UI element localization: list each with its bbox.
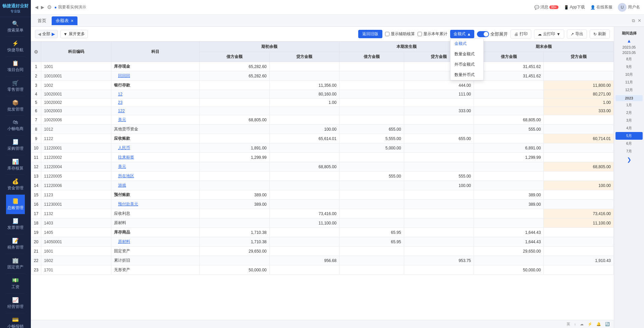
sidebar-item-wholesale[interactable]: 📦批发管理 [6, 96, 25, 116]
opening-credit: 68,805.00 [269, 162, 339, 172]
lightning-icon[interactable]: ⚡ [588, 322, 592, 326]
expand-more-btn[interactable]: ▼ 展开更多 [60, 30, 88, 38]
row-name[interactable]: 美元 [111, 162, 200, 172]
app-download-btn[interactable]: 📱 App下载 [564, 4, 585, 10]
sidebar-item-management[interactable]: 📈经营管理 [6, 293, 25, 313]
current-credit [404, 247, 474, 256]
period-month-10[interactable]: 10月 [615, 71, 643, 78]
sidebar-item-purchase[interactable]: 🧾采购管理 [6, 135, 25, 155]
sidebar-item-funds[interactable]: 💰资金管理 [6, 175, 25, 195]
sidebar-item-retail[interactable]: 🛒零售管理 [6, 76, 25, 96]
row-name[interactable]: 原材料 [111, 237, 200, 247]
show-subsidiary-checkbox[interactable] [385, 32, 389, 36]
sidebar-item-project[interactable]: 📋项目合同 [6, 57, 25, 76]
current-debit [339, 153, 404, 162]
period-month-7[interactable]: 7月 [615, 147, 643, 155]
current-credit: 555.00 [404, 172, 474, 181]
closing-debit: 68,805.00 [474, 115, 544, 125]
sidebar-item-search[interactable]: 🔍搜索菜单 [6, 17, 25, 37]
nav-settings-icon[interactable]: ⚙ [47, 4, 52, 10]
opening-credit [269, 62, 339, 71]
row-no: 21 [31, 247, 41, 256]
row-name[interactable]: 预付款美元 [111, 200, 200, 209]
tab-home[interactable]: 首页 [34, 16, 50, 25]
sidebar-item-inventory[interactable]: 📊库存核算 [6, 155, 25, 175]
tab-balance-sheet[interactable]: 余额表 × [52, 16, 77, 25]
expand-all-toggle[interactable] [477, 31, 489, 37]
format-option-qty-amount[interactable]: 数量金额式 [450, 49, 483, 59]
sidebar-item-salary[interactable]: 💵工资 [6, 274, 25, 293]
closing-credit: 11,100.00 [544, 218, 614, 228]
notify-icon[interactable]: 🔔 [596, 322, 601, 326]
row-code: 1123 [41, 190, 111, 200]
cloud-print-btn[interactable]: ☁ 云打印 ▼ [534, 29, 564, 39]
format-option-amount[interactable]: 金额式 [450, 39, 483, 49]
row-name[interactable]: 往来标签 [111, 153, 200, 162]
period-month-1[interactable]: 1月 [615, 101, 643, 109]
sidebar-item-ledger[interactable]: 📒总账管理 [6, 195, 25, 214]
nav-forward-icon[interactable]: ▶ [41, 5, 44, 10]
show-annual-label[interactable]: 显示本年累计 [418, 31, 447, 37]
user-avatar[interactable]: U 用户名 [618, 3, 640, 12]
table-settings-icon[interactable]: ⚙ [34, 49, 38, 55]
row-name[interactable]: 122 [111, 107, 200, 115]
row-name[interactable]: 23 [111, 99, 200, 107]
cloud-status-icon[interactable]: ☁ [580, 322, 584, 326]
sidebar-item-expense[interactable]: 💳小畅报销 [6, 313, 25, 328]
breadcrumb[interactable]: ◀ 全部 ▶ [35, 30, 58, 38]
row-name[interactable]: 人民币 [111, 143, 200, 153]
format-option-foreign[interactable]: 外币金额式 [450, 59, 483, 70]
toolbar: ◀ 全部 ▶ ▼ 展开更多 返回旧版 显示辅助核算 [31, 27, 614, 42]
col-settings-header[interactable]: ⚙ [31, 42, 41, 62]
table-row: 17 1132 应收利息 73,416.00 73,416.00 [31, 209, 614, 218]
show-annual-checkbox[interactable] [418, 32, 422, 36]
period-month-5[interactable]: 5月 [615, 132, 643, 140]
window-close-icon[interactable]: ✕ [638, 18, 641, 23]
current-debit [339, 181, 404, 190]
period-nav-up[interactable]: ▲ [615, 37, 643, 45]
sidebar-item-quick-nav[interactable]: ⚡快捷导航 [6, 37, 25, 57]
col-opening-debit: 借方金额 [200, 52, 269, 62]
current-credit: 953.75 [404, 256, 474, 265]
window-restore-icon[interactable]: ⧉ [632, 18, 635, 23]
nav-prev-icon[interactable]: ◀ [38, 32, 41, 37]
opening-debit: 1,891.00 [200, 143, 269, 153]
period-month-2[interactable]: 2月 [615, 109, 643, 117]
period-month-9[interactable]: 9月 [615, 63, 643, 71]
demo-link[interactable]: ● 我要看实例演示 [54, 4, 86, 10]
row-name[interactable]: 12 [111, 90, 200, 99]
row-name[interactable]: 回回回 [111, 71, 200, 81]
upload-btn[interactable]: ↑ [574, 322, 576, 326]
period-collapse-btn[interactable]: ❯ [615, 155, 643, 164]
period-month-11[interactable]: 11月 [615, 78, 643, 86]
row-name[interactable]: 游戏 [111, 181, 200, 190]
refresh2-icon[interactable]: 🔄 [605, 322, 610, 326]
sidebar-item-ecommerce[interactable]: 🛍小畅电商 [6, 116, 25, 135]
format-dropdown-btn[interactable]: 金额式 ▲ [450, 30, 474, 38]
service-btn[interactable]: 👤 在线客服 [590, 4, 612, 10]
return-old-btn[interactable]: 返回旧版 [358, 30, 382, 38]
period-month-8[interactable]: 8月 [615, 55, 643, 63]
sidebar-item-tax[interactable]: 📝税务管理 [6, 234, 25, 254]
period-month-3[interactable]: 3月 [615, 117, 643, 124]
row-name[interactable]: 美元 [111, 115, 200, 125]
show-subsidiary-label[interactable]: 显示辅助核算 [385, 31, 415, 37]
row-name[interactable]: 所在地区 [111, 172, 200, 181]
format-option-qty-foreign[interactable]: 数量外币式 [450, 70, 483, 80]
tab-close-icon[interactable]: × [71, 18, 73, 23]
sidebar-item-assets[interactable]: 🏢固定资产 [6, 254, 25, 274]
period-month-4[interactable]: 4月 [615, 124, 643, 132]
message-btn[interactable]: 💬 消息 99+ [534, 4, 558, 10]
nav-back-icon[interactable]: ◀ [35, 5, 38, 10]
refresh-btn[interactable]: ↻ 刷新 [590, 29, 610, 39]
export-btn[interactable]: ↗ 导出 [567, 29, 587, 39]
period-month-12[interactable]: 12月 [615, 86, 643, 94]
table-row: 23 1701 无形资产 50,000.00 50,000.00 [31, 265, 614, 275]
closing-credit [544, 62, 614, 71]
lang-btn[interactable]: 英 [567, 322, 570, 327]
sidebar-item-invoice[interactable]: 🧾发票管理 [6, 214, 25, 234]
col-current-debit: 借方金额 [339, 52, 404, 62]
print-btn[interactable]: 🖨 打印 [511, 29, 531, 39]
period-month-6[interactable]: 6月 [615, 140, 643, 147]
nav-next-icon[interactable]: ▶ [52, 32, 55, 37]
